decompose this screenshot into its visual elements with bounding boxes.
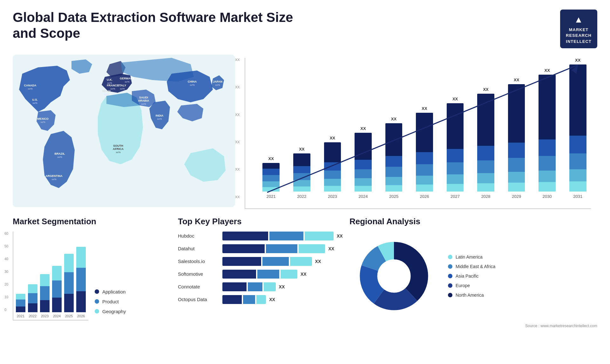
page-header: Global Data Extraction Software Market S…: [13, 10, 597, 48]
player-bar: XX: [222, 282, 343, 291]
player-name: Hubdoc: [178, 233, 219, 239]
player-bar: XX: [222, 295, 343, 304]
bar-group-2023: XX 2023: [319, 136, 346, 199]
legend-dot-north-america: [448, 293, 452, 297]
bar-label: XX: [483, 87, 488, 92]
player-row-connotate: Connotate XX: [178, 282, 343, 291]
svg-text:ARABIA: ARABIA: [138, 99, 149, 102]
player-row-softomotive: Softomotive XX: [178, 270, 343, 279]
player-name: Softomotive: [178, 271, 219, 277]
source-text: Source : www.marketresearchintellect.com: [349, 324, 597, 328]
svg-text:xx%: xx%: [120, 87, 125, 90]
bar-label: XX: [360, 126, 366, 131]
svg-text:xx%: xx%: [51, 178, 56, 181]
svg-text:GERMANY: GERMANY: [120, 77, 134, 80]
player-bar: XX: [222, 270, 343, 279]
svg-text:AFRICA: AFRICA: [113, 147, 124, 151]
svg-text:FRANCE: FRANCE: [107, 84, 119, 87]
legend-label-geography: Geography: [102, 309, 126, 314]
world-map-section: CANADA xx% U.S. xx% MEXICO xx% BRAZIL xx…: [13, 55, 235, 207]
bar-year: 2021: [267, 194, 276, 199]
segmentation-title: Market Segmentation: [13, 217, 172, 226]
seg-bar-2023: 2023: [40, 274, 50, 318]
player-row-datahut: Datahut XX: [178, 244, 343, 253]
logo-icon: ▲: [566, 13, 592, 26]
segmentation-legend: Application Product Geography: [95, 289, 126, 320]
segmentation-section: Market Segmentation 6050403020100: [13, 217, 172, 328]
svg-text:MEXICO: MEXICO: [37, 117, 49, 120]
player-xx: XX: [315, 259, 321, 264]
regional-inner: Latin America Middle East & Africa Asia …: [349, 232, 597, 320]
bar-group-2030: XX 2030: [534, 68, 560, 199]
player-row-hubdoc: Hubdoc XX: [178, 232, 343, 240]
player-name: Octopus Data: [178, 297, 219, 302]
regional-legend: Latin America Middle East & Africa Asia …: [448, 254, 495, 298]
bar-year: 2024: [358, 194, 368, 199]
bar-group-2022: XX 2022: [289, 147, 315, 199]
players-section: Top Key Players Hubdoc XX Datahut XX: [178, 217, 343, 328]
svg-text:ITALY: ITALY: [119, 84, 126, 87]
bar-group-2026: XX 2026: [411, 106, 438, 199]
bar-year: 2028: [481, 194, 491, 199]
svg-text:xx%: xx%: [125, 80, 129, 83]
legend-item-latin-america: Latin America: [448, 254, 495, 260]
legend-item-application: Application: [95, 289, 126, 294]
player-xx: XX: [337, 233, 343, 239]
growth-chart-section: XX XX XX XX XX XX XX: [241, 55, 597, 207]
svg-text:xx%: xx%: [141, 103, 146, 105]
legend-item-geography: Geography: [95, 309, 126, 314]
svg-text:xx%: xx%: [32, 102, 37, 104]
svg-text:xx%: xx%: [28, 87, 32, 90]
svg-text:JAPAN: JAPAN: [213, 80, 222, 83]
seg-bar-2024: 2024: [52, 266, 62, 318]
bar-group-2028: XX 2028: [473, 87, 499, 199]
bar-label: XX: [514, 78, 519, 82]
bar-label: XX: [422, 106, 427, 111]
legend-item-asia-pacific: Asia Pacific: [448, 273, 495, 279]
page-title: Global Data Extraction Software Market S…: [13, 10, 299, 42]
player-name: Salestools.io: [178, 259, 219, 264]
legend-label-north-america: North America: [456, 293, 484, 298]
players-list: Hubdoc XX Datahut XX Salestools.: [178, 232, 343, 304]
svg-point-40: [377, 260, 410, 293]
player-xx: XX: [279, 284, 285, 289]
bar-label: XX: [391, 117, 396, 121]
bar-year: 2027: [451, 194, 460, 199]
legend-label-asia-pacific: Asia Pacific: [456, 273, 478, 279]
svg-text:xx%: xx%: [157, 118, 162, 120]
seg-bar-2025: 2025: [64, 254, 74, 318]
legend-item-europe: Europe: [448, 283, 495, 288]
regional-section: Regional Analysis: [349, 217, 597, 328]
seg-bar-2021: 2021: [16, 294, 25, 318]
legend-label-latin-america: Latin America: [456, 254, 483, 260]
svg-text:xx%: xx%: [57, 156, 62, 158]
players-title: Top Key Players: [178, 217, 343, 226]
bar-year: 2029: [512, 194, 521, 199]
donut-chart: [349, 232, 438, 320]
legend-dot-europe: [448, 283, 452, 288]
svg-text:SOUTH: SOUTH: [113, 144, 123, 147]
legend-dot-product: [95, 299, 99, 304]
seg-bar-2022: 2022: [28, 284, 37, 318]
svg-text:CHINA: CHINA: [188, 80, 197, 83]
y-axis-labels: XX XX XX XX XX XX: [235, 58, 240, 199]
svg-text:SAUDI: SAUDI: [139, 96, 148, 99]
svg-text:BRAZIL: BRAZIL: [55, 152, 65, 155]
bar-year: 2031: [573, 194, 582, 199]
legend-dot-middle-east: [448, 264, 452, 269]
legend-label-europe: Europe: [456, 283, 470, 288]
bar-label: XX: [268, 156, 274, 161]
logo-text: MARKET RESEARCH INTELLECT: [566, 27, 592, 44]
svg-text:CANADA: CANADA: [24, 84, 37, 87]
player-xx: XX: [301, 272, 307, 277]
player-name: Connotate: [178, 284, 219, 289]
bar-year: 2025: [389, 194, 398, 199]
seg-bar-2026: 2026: [76, 247, 86, 318]
bar-group-2024: XX 2024: [350, 126, 376, 199]
legend-dot-latin-america: [448, 255, 452, 259]
svg-text:xx%: xx%: [215, 84, 220, 86]
legend-dot-asia-pacific: [448, 274, 452, 278]
legend-item-north-america: North America: [448, 293, 495, 298]
bar-label: XX: [330, 136, 335, 140]
legend-dot-application: [95, 289, 99, 294]
